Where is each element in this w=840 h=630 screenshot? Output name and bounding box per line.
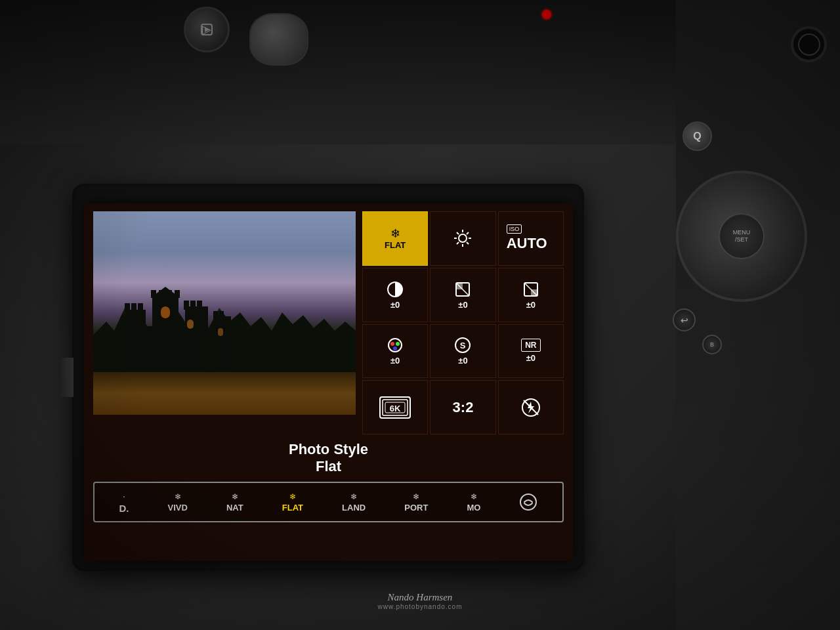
- style-item-flat[interactable]: ❄ FLAT: [282, 492, 303, 513]
- svg-rect-23: [218, 328, 223, 336]
- grid-cell-shadow[interactable]: ±0: [498, 268, 564, 322]
- grid-cell-wb[interactable]: [430, 211, 495, 266]
- camera-top: [0, 0, 722, 144]
- grid-cell-saturation[interactable]: ±0: [362, 324, 428, 379]
- preview-image: [93, 211, 356, 415]
- top-section: ❄ FLAT: [93, 211, 564, 434]
- svg-rect-8: [151, 290, 156, 298]
- grid-cell-flat[interactable]: ❄ FLAT: [362, 211, 428, 266]
- menu-set-dial[interactable]: MENU/SET: [676, 171, 807, 302]
- grid-cell-iso[interactable]: ISO AUTO: [498, 211, 564, 266]
- svg-line-30: [467, 242, 469, 244]
- svg-point-43: [393, 346, 397, 350]
- watermark-name: Nando Harmsen: [388, 592, 453, 602]
- style-item-d[interactable]: · D.: [119, 491, 129, 514]
- style-item-scroll[interactable]: [519, 493, 537, 511]
- style-port-name: PORT: [404, 503, 428, 513]
- ratio-value: 3:2: [453, 399, 474, 416]
- q-button[interactable]: Q: [682, 121, 712, 151]
- sharpness-icon: S: [453, 336, 472, 354]
- lcd-screen: ❄ FLAT: [84, 203, 573, 561]
- playback-dial[interactable]: [184, 7, 230, 52]
- svg-rect-20: [146, 326, 155, 369]
- screen-content: ❄ FLAT: [84, 203, 573, 561]
- castle-silhouette: [119, 284, 277, 369]
- style-flat-icon: ❄: [289, 492, 296, 501]
- watermark: Nando Harmsen www.photobynando.com: [378, 592, 463, 610]
- svg-rect-17: [215, 316, 231, 369]
- svg-rect-15: [190, 301, 196, 310]
- camera-body: Q MENU/SET ↩ B: [0, 0, 840, 630]
- svg-rect-18: [213, 311, 218, 319]
- style-item-nat[interactable]: ❄ NAT: [226, 492, 243, 513]
- style-vivd-icon: ❄: [175, 492, 181, 501]
- style-vivd-name: VIVD: [168, 503, 188, 513]
- small-button-1[interactable]: B: [702, 335, 722, 354]
- style-bar: · D. ❄ VIVD ❄ NAT ❄ FLAT ❄ LAND: [93, 482, 564, 522]
- sharpness-value: ±0: [458, 356, 467, 366]
- svg-text:6K: 6K: [390, 404, 401, 413]
- style-flat-name: FLAT: [282, 503, 303, 513]
- svg-line-32: [457, 242, 459, 244]
- flat-icon: ❄: [390, 228, 400, 240]
- record-indicator: [542, 10, 551, 19]
- flash-icon: [520, 397, 541, 418]
- grid-cell-nr[interactable]: NR ±0: [498, 324, 564, 379]
- svg-point-24: [459, 234, 467, 242]
- style-nat-name: NAT: [226, 503, 243, 513]
- saturation-value: ±0: [390, 356, 400, 366]
- menu-set-label: MENU/SET: [733, 229, 751, 243]
- style-item-vivd[interactable]: ❄ VIVD: [168, 492, 188, 513]
- svg-rect-21: [178, 323, 188, 369]
- watermark-website: www.photobynando.com: [378, 603, 463, 610]
- grid-cell-highlight[interactable]: ±0: [430, 268, 495, 322]
- top-dial[interactable]: [249, 13, 308, 66]
- contrast-icon: [386, 280, 404, 299]
- style-item-mo[interactable]: ❄ MO: [467, 492, 480, 513]
- left-knob: [60, 358, 74, 397]
- ground-strip: [93, 372, 356, 415]
- svg-rect-10: [167, 290, 172, 298]
- svg-rect-2: [126, 310, 146, 369]
- style-title: Photo Style: [93, 441, 564, 458]
- wb-icon: [453, 228, 472, 248]
- back-button[interactable]: ↩: [673, 308, 696, 331]
- svg-rect-9: [159, 290, 164, 298]
- highlight-value: ±0: [458, 300, 467, 310]
- style-nat-icon: ❄: [232, 492, 238, 501]
- svg-rect-5: [138, 303, 143, 313]
- style-item-port[interactable]: ❄ PORT: [404, 492, 428, 513]
- back-icon: ↩: [681, 315, 688, 326]
- grid-cell-sixk[interactable]: 6K: [362, 380, 428, 434]
- svg-point-42: [396, 342, 400, 346]
- svg-marker-52: [528, 402, 534, 413]
- svg-rect-19: [219, 311, 224, 319]
- iso-value: AUTO: [507, 235, 547, 252]
- svg-line-29: [457, 232, 459, 234]
- style-land-icon: ❄: [350, 492, 357, 501]
- style-port-icon: ❄: [413, 492, 419, 501]
- iso-tag: ISO: [507, 224, 522, 234]
- saturation-icon: [386, 336, 404, 354]
- svg-rect-4: [131, 303, 136, 313]
- svg-rect-11: [175, 290, 180, 298]
- grid-cell-flash[interactable]: [498, 380, 564, 434]
- style-subtitle: Flat: [93, 458, 564, 475]
- style-item-land[interactable]: ❄ LAND: [342, 492, 366, 513]
- svg-rect-36: [456, 283, 463, 289]
- svg-point-41: [390, 342, 394, 346]
- grid-cell-sharpness[interactable]: S ±0: [430, 324, 495, 379]
- port-right: [791, 26, 827, 62]
- style-d-icon: ·: [123, 491, 125, 501]
- style-land-name: LAND: [342, 503, 366, 513]
- nr-tag: NR: [521, 339, 540, 352]
- svg-rect-22: [187, 320, 194, 329]
- svg-rect-13: [185, 306, 208, 369]
- highlight-icon: [453, 280, 472, 299]
- svg-line-31: [467, 232, 469, 234]
- grid-cell-ratio[interactable]: 3:2: [430, 380, 495, 434]
- sixk-icon: 6K: [379, 396, 411, 419]
- settings-grid: ❄ FLAT: [362, 211, 564, 434]
- menu-set-center[interactable]: MENU/SET: [719, 213, 765, 259]
- grid-cell-contrast[interactable]: ±0: [362, 268, 428, 322]
